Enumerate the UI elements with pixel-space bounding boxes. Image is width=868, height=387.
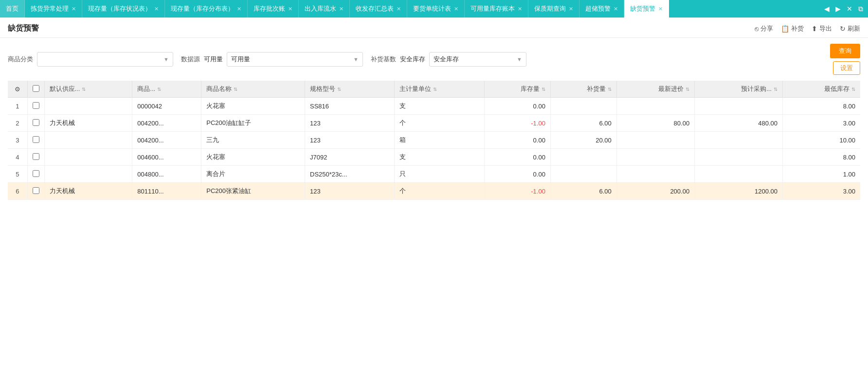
export-button[interactable]: ⬆ 导出 <box>812 24 832 33</box>
filter-category-select[interactable]: ▼ <box>37 52 173 67</box>
filter-datasource-select[interactable]: 可用量 ▼ <box>227 52 363 67</box>
cell-stock-qty: -1.00 <box>485 183 551 200</box>
row-checkbox[interactable] <box>33 153 39 160</box>
cell-checkbox[interactable] <box>27 149 44 166</box>
filter-replenish-display: 安全库存 <box>434 55 459 64</box>
cell-supplier <box>44 149 132 166</box>
query-button[interactable]: 查询 <box>830 44 860 58</box>
share-button[interactable]: ⎋ 分享 <box>755 24 773 33</box>
cell-product-code: 0000042 <box>132 98 201 115</box>
refresh-icon: ↻ <box>840 25 846 33</box>
th-min-stock: 最低库存 ⇅ <box>782 81 860 98</box>
cell-product-name: PC200张紧油缸 <box>201 183 305 200</box>
tab-close-recv-summary[interactable]: ✕ <box>397 6 401 12</box>
tab-close-order-stat[interactable]: ✕ <box>454 6 458 12</box>
tab-close-in-out-flow[interactable]: ✕ <box>339 6 344 12</box>
cell-checkbox[interactable] <box>27 115 44 132</box>
cell-product-name: PC200油缸缸子 <box>201 115 305 132</box>
tab-expiry-query[interactable]: 保质期查询 ✕ <box>528 0 579 18</box>
tab-home[interactable]: 首页 <box>0 0 25 18</box>
sort-icon-supplier[interactable]: ⇅ <box>82 87 86 92</box>
table-row: 1 0000042 火花塞 SS816 支 0.00 8.00 <box>8 98 860 115</box>
tab-prev-btn[interactable]: ◀ <box>821 4 832 14</box>
th-latest-price: 最新进价 ⇅ <box>616 81 694 98</box>
settings-gear-icon[interactable]: ⚙ <box>15 86 20 93</box>
th-spec: 规格型号 ⇅ <box>305 81 395 98</box>
tab-available-ledger[interactable]: 可用量库存账本 ✕ <box>465 0 528 18</box>
row-checkbox[interactable] <box>33 170 39 177</box>
sort-icon-replenish[interactable]: ⇅ <box>608 87 612 92</box>
tab-inventory-dist[interactable]: 现存量（库存分布表） ✕ <box>165 0 248 18</box>
th-settings[interactable]: ⚙ <box>8 81 27 98</box>
cell-stock-qty: -1.00 <box>485 115 551 132</box>
refresh-button[interactable]: ↻ 刷新 <box>840 24 860 33</box>
tab-overstock[interactable]: 超储预警 ✕ <box>579 0 624 18</box>
cell-checkbox[interactable] <box>27 166 44 183</box>
sort-icon-price[interactable]: ⇅ <box>686 87 689 92</box>
tab-close-inventory-dist[interactable]: ✕ <box>237 6 241 12</box>
page-header: 缺货预警 ⎋ 分享 📋 补货 ⬆ 导出 ↻ 刷新 <box>0 18 868 38</box>
cell-spec: DS250*23c... <box>305 166 395 183</box>
table-row: 6 力天机械 801110... PC200张紧油缸 123 个 -1.00 6… <box>8 183 860 200</box>
tab-shortage[interactable]: 缺货预警 ✕ <box>624 0 669 18</box>
sort-icon-name[interactable]: ⇅ <box>234 87 237 92</box>
tab-close-shortage[interactable]: ✕ <box>658 6 663 12</box>
tab-batch-account[interactable]: 库存批次账 ✕ <box>248 0 299 18</box>
cell-product-code: 004800... <box>132 166 201 183</box>
sort-icon-min-stock[interactable]: ⇅ <box>851 87 855 92</box>
tab-close-expiry-query[interactable]: ✕ <box>569 6 573 12</box>
tab-close-inventory-status[interactable]: ✕ <box>154 6 159 12</box>
tab-inventory-status[interactable]: 现存量（库存状况表） ✕ <box>82 0 165 18</box>
th-default-supplier: 默认供应... ⇅ <box>44 81 132 98</box>
row-checkbox[interactable] <box>33 136 39 143</box>
tab-in-out-flow[interactable]: 出入库流水 ✕ <box>299 0 350 18</box>
row-checkbox[interactable] <box>33 102 39 109</box>
tab-recv-summary[interactable]: 收发存汇总表 ✕ <box>350 0 407 18</box>
cell-row-num: 5 <box>8 166 27 183</box>
tab-close-overstock[interactable]: ✕ <box>614 6 618 12</box>
tab-close-reject-anomaly[interactable]: ✕ <box>72 6 76 12</box>
th-product-code: 商品... ⇅ <box>132 81 201 98</box>
sort-icon-stock[interactable]: ⇅ <box>542 87 545 92</box>
sort-icon-spec[interactable]: ⇅ <box>337 87 341 92</box>
select-all-checkbox[interactable] <box>33 85 39 92</box>
tab-reject-anomaly[interactable]: 拣货异常处理 ✕ <box>25 0 82 18</box>
sort-icon-est-purchase[interactable]: ⇅ <box>774 87 778 92</box>
cell-supplier <box>44 98 132 115</box>
export-icon: ⬆ <box>812 25 817 33</box>
tab-restore-btn[interactable]: ⧉ <box>855 4 866 14</box>
filter-datasource-label: 数据源 <box>181 55 200 64</box>
cell-unit: 个 <box>395 183 485 200</box>
tab-close-window-btn[interactable]: ✕ <box>844 4 855 14</box>
cell-checkbox[interactable] <box>27 98 44 115</box>
table-row: 4 004600... 火花塞 J7092 支 0.00 8.00 <box>8 149 860 166</box>
filter-bar: 商品分类 ▼ 数据源 可用量 可用量 ▼ 补货基数 安全库存 安全库存 ▼ 查询 <box>0 38 868 81</box>
filter-datasource-arrow-icon: ▼ <box>353 56 359 62</box>
row-checkbox[interactable] <box>33 119 39 126</box>
cell-stock-qty: 0.00 <box>485 166 551 183</box>
cell-min-stock: 3.00 <box>782 183 860 200</box>
cell-checkbox[interactable] <box>27 183 44 200</box>
cell-row-num: 3 <box>8 132 27 149</box>
cell-min-stock: 3.00 <box>782 115 860 132</box>
tab-close-batch-account[interactable]: ✕ <box>288 6 292 12</box>
replenish-button[interactable]: 📋 补货 <box>781 24 804 33</box>
sort-icon-code[interactable]: ⇅ <box>157 87 161 92</box>
cell-replenish-qty: 6.00 <box>550 183 616 200</box>
cell-replenish-qty <box>550 166 616 183</box>
th-unit: 主计量单位 ⇅ <box>395 81 485 98</box>
share-icon: ⎋ <box>755 25 759 33</box>
row-checkbox[interactable] <box>33 187 39 194</box>
filter-replenish-label: 补货基数 <box>371 55 396 64</box>
filter-replenish-select[interactable]: 安全库存 ▼ <box>429 52 526 67</box>
tab-next-btn[interactable]: ▶ <box>832 4 844 14</box>
tab-close-available-ledger[interactable]: ✕ <box>518 6 522 12</box>
cell-checkbox[interactable] <box>27 132 44 149</box>
sort-icon-unit[interactable]: ⇅ <box>433 87 437 92</box>
cell-spec: SS816 <box>305 98 395 115</box>
cell-min-stock: 8.00 <box>782 149 860 166</box>
tab-order-stat[interactable]: 要货单统计表 ✕ <box>407 0 465 18</box>
cell-product-name: 火花塞 <box>201 98 305 115</box>
table-row: 3 004200... 三九 123 箱 0.00 20.00 10.00 <box>8 132 860 149</box>
settings-button[interactable]: 设置 <box>833 61 860 75</box>
